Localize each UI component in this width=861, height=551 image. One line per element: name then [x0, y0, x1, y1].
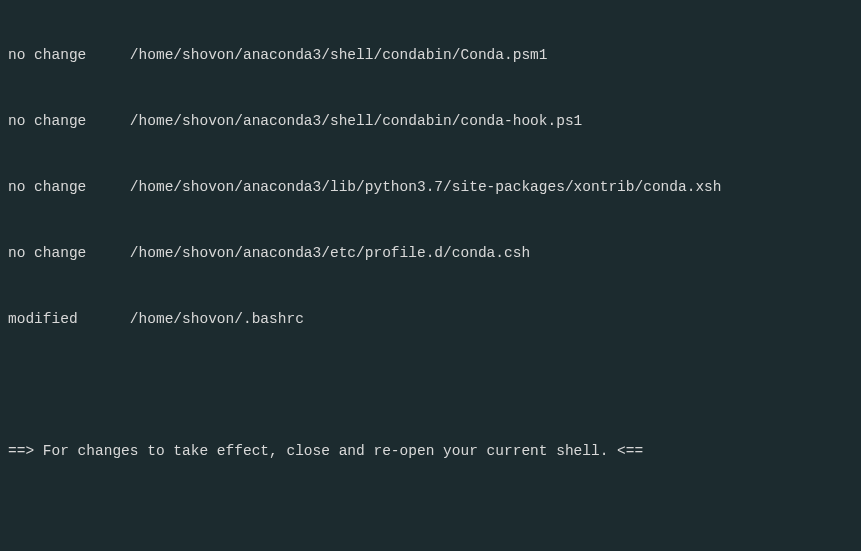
blank-line [8, 506, 853, 528]
output-line: modified /home/shovon/.bashrc [8, 308, 853, 330]
output-line: no change /home/shovon/anaconda3/etc/pro… [8, 242, 853, 264]
terminal-output: no change /home/shovon/anaconda3/shell/c… [8, 0, 853, 551]
output-line: ==> For changes to take effect, close an… [8, 440, 853, 462]
output-line: no change /home/shovon/anaconda3/shell/c… [8, 110, 853, 132]
blank-line [8, 374, 853, 396]
output-line: no change /home/shovon/anaconda3/lib/pyt… [8, 176, 853, 198]
output-line: no change /home/shovon/anaconda3/shell/c… [8, 44, 853, 66]
